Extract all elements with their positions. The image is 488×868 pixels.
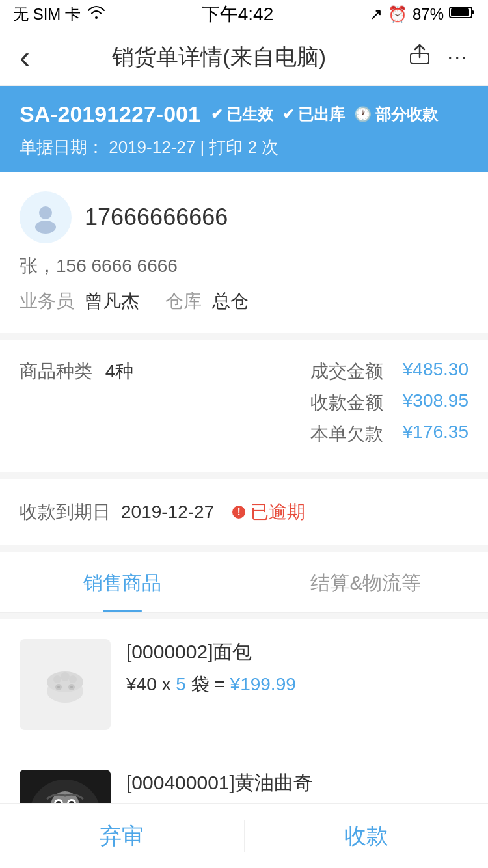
status-badges: ✔ 已生效 ✔ 已出库 🕐 部分收款	[211, 104, 438, 125]
product-info-1: [0000002]面包 ¥40 x 5 袋 = ¥199.99	[126, 639, 468, 697]
overdue-icon: !	[232, 506, 245, 519]
overdue-badge: ! 已逾期	[224, 497, 313, 527]
more-icon[interactable]: ···	[447, 45, 468, 69]
status-left: 无 SIM 卡	[13, 4, 105, 25]
product-name-1: [0000002]面包	[126, 639, 468, 666]
battery-text: 87%	[413, 5, 444, 23]
back-button[interactable]: ‹	[20, 39, 30, 75]
status-shipped: ✔ 已出库	[282, 104, 345, 125]
svg-point-3	[39, 206, 52, 219]
check-icon-2: ✔	[282, 106, 294, 123]
page-title: 销货单详情(来自电脑)	[112, 42, 326, 72]
svg-point-12	[57, 686, 60, 688]
product-thumbnail-1	[20, 639, 111, 730]
status-partial: 🕐 部分收款	[354, 104, 438, 125]
product-types: 商品种类 4种	[20, 359, 133, 384]
svg-point-8	[61, 672, 70, 681]
nav-actions: ···	[408, 43, 468, 72]
amounts-right: 成交金额 ¥485.30 收款金额 ¥308.95 本单欠款 ¥176.35	[310, 359, 468, 453]
order-number-row: SA-20191227-001 ✔ 已生效 ✔ 已出库 🕐 部分收款	[20, 102, 468, 127]
sales-label: 业务员 曾凡杰	[20, 289, 139, 314]
list-item: [0000002]面包 ¥40 x 5 袋 = ¥199.99	[0, 619, 488, 750]
tabs-row: 销售商品 结算&物流等	[0, 552, 488, 613]
check-icon-1: ✔	[211, 106, 223, 123]
svg-rect-1	[451, 8, 469, 16]
customer-meta: 业务员 曾凡杰 仓库 总仓	[20, 289, 468, 314]
product-name-2: [000400001]黄油曲奇	[126, 770, 468, 796]
share-icon[interactable]	[408, 43, 431, 72]
status-bar: 无 SIM 卡 下午4:42 ↗ ⏰ 87%	[0, 0, 488, 29]
status-effective: ✔ 已生效	[211, 104, 273, 125]
svg-point-9	[69, 675, 77, 683]
customer-name-phone: 张，156 6666 6666	[20, 254, 468, 278]
collect-payment-button[interactable]: 收款	[245, 808, 489, 864]
order-number-text: SA-20191227-001	[20, 102, 200, 127]
customer-section: 17666666666 张，156 6666 6666 业务员 曾凡杰 仓库 总…	[0, 172, 488, 333]
due-section: 收款到期日 2019-12-27 ! 已逾期	[0, 479, 488, 545]
svg-point-4	[35, 221, 56, 234]
warehouse-label: 仓库 总仓	[165, 289, 249, 314]
deal-amount-row: 成交金额 ¥485.30	[310, 359, 468, 384]
avatar	[20, 191, 72, 243]
battery-icon	[449, 5, 475, 23]
order-date-row: 单据日期： 2019-12-27 | 打印 2 次	[20, 136, 468, 159]
wifi-icon	[87, 5, 105, 23]
customer-phone: 17666666666	[85, 204, 228, 231]
status-right: ↗ ⏰ 87%	[370, 5, 475, 23]
bottom-bar: 弃审 收款	[0, 803, 488, 868]
abandon-review-button[interactable]: 弃审	[0, 808, 244, 864]
tab-settlement[interactable]: 结算&物流等	[244, 552, 488, 612]
tabs-section: 销售商品 结算&物流等	[0, 552, 488, 613]
amounts-section: 商品种类 4种 成交金额 ¥485.30 收款金额 ¥308.95 本单欠款 ¥…	[0, 340, 488, 472]
tab-products[interactable]: 销售商品	[0, 552, 244, 612]
nav-bar: ‹ 销货单详情(来自电脑) ···	[0, 29, 488, 86]
status-time: 下午4:42	[202, 2, 274, 27]
customer-row: 17666666666	[20, 191, 468, 243]
alarm-icon: ⏰	[388, 5, 407, 23]
location-icon: ↗	[370, 5, 383, 23]
received-amount-row: 收款金额 ¥308.95	[310, 390, 468, 415]
svg-point-13	[70, 686, 73, 688]
svg-point-7	[53, 675, 61, 683]
owed-amount-row: 本单欠款 ¥176.35	[310, 422, 468, 446]
clock-icon: 🕐	[354, 106, 372, 123]
carrier-text: 无 SIM 卡	[13, 4, 81, 25]
product-price-1: ¥40 x 5 袋 = ¥199.99	[126, 672, 468, 697]
order-banner: SA-20191227-001 ✔ 已生效 ✔ 已出库 🕐 部分收款 单据日期：…	[0, 86, 488, 172]
